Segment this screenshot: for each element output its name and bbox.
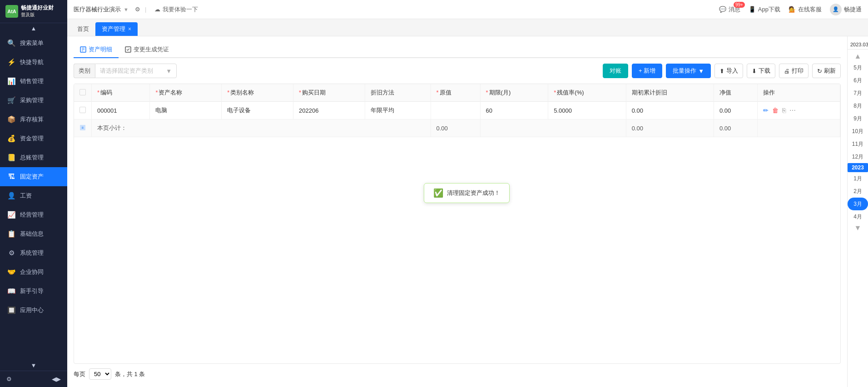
- month-9[interactable]: 9月: [848, 112, 868, 125]
- month-12[interactable]: 12月: [848, 150, 868, 163]
- category-filter-select[interactable]: 请选择固定资产类别 ▼: [95, 64, 177, 78]
- th-period: *期限(月): [480, 84, 548, 102]
- total-label: 条，共 1 条: [115, 370, 145, 378]
- month-10[interactable]: 10月: [848, 125, 868, 138]
- action-bar: 类别 请选择固定资产类别 ▼ 对账 + 新增 批量操: [74, 64, 841, 78]
- select-all-checkbox[interactable]: [79, 89, 86, 95]
- download-button[interactable]: ⬇ 下载: [747, 64, 775, 78]
- reconcile-button[interactable]: 对账: [603, 64, 628, 78]
- copy-icon[interactable]: ⎘: [782, 107, 786, 114]
- sidebar-item-label: 基础信息: [20, 230, 44, 238]
- edit-icon[interactable]: ✏: [763, 107, 769, 114]
- sidebar-item-system[interactable]: ⚙ 系统管理: [0, 243, 67, 263]
- topbar-right: 💬 消息 99+ 📱 App下载 💁 在线客服 👤 畅捷通: [719, 4, 862, 15]
- sidebar-item-operations[interactable]: 📈 经营管理: [0, 205, 67, 224]
- sub-tab-change-voucher[interactable]: 变更生成凭证: [119, 42, 175, 58]
- cell-category: 电子设备: [222, 102, 293, 119]
- month-4[interactable]: 4月: [848, 210, 868, 223]
- import-icon: ⬆: [719, 68, 724, 74]
- import-button[interactable]: ⬆ 导入: [714, 64, 743, 78]
- more-icon[interactable]: ⋯: [789, 107, 796, 114]
- sidebar-bottom: ⚙ ◀▶: [0, 371, 67, 387]
- subtotal-label: 本页小计：: [92, 119, 431, 137]
- sub-tab-asset-detail[interactable]: 资产明细: [74, 42, 119, 58]
- app-download-button[interactable]: 📱 App下载: [749, 5, 780, 14]
- sidebar-scroll-down[interactable]: ▼: [0, 360, 67, 371]
- tab-asset-management[interactable]: 资产管理 ×: [95, 22, 138, 36]
- per-page-select[interactable]: 50: [89, 368, 111, 380]
- cell-code: 000001: [92, 102, 150, 119]
- system-icon: ⚙: [7, 249, 15, 257]
- delete-icon[interactable]: 🗑: [772, 107, 779, 114]
- month-7[interactable]: 7月: [848, 87, 868, 99]
- purchase-icon: 🛒: [7, 96, 15, 104]
- settings-icon[interactable]: ⚙: [6, 376, 12, 382]
- sidebar-item-payroll[interactable]: 👤 工资: [0, 186, 67, 205]
- month-2[interactable]: 2月: [848, 185, 868, 198]
- company-name: 医疗器械行业演示: [74, 5, 121, 14]
- month-6[interactable]: 6月: [848, 74, 868, 87]
- month-1[interactable]: 1月: [848, 172, 868, 185]
- sidebar-item-quick-nav[interactable]: ⚡ 快捷导航: [0, 53, 67, 72]
- print-button[interactable]: 🖨 打印: [779, 64, 808, 78]
- tab-asset-label: 资产管理: [102, 25, 125, 33]
- online-service-button[interactable]: 💁 在线客服: [789, 5, 822, 14]
- row-action-group: ✏ 🗑 ⎘ ⋯: [763, 107, 834, 114]
- experience-label: 我要体验一下: [163, 5, 198, 14]
- message-button[interactable]: 💬 消息 99+: [719, 5, 740, 14]
- batch-operations-button[interactable]: 批量操作 ▼: [666, 64, 711, 78]
- asset-detail-icon: [80, 46, 86, 53]
- print-icon: 🖨: [784, 68, 790, 74]
- company-chevron-icon: ▼: [124, 7, 129, 12]
- tab-close-icon[interactable]: ×: [128, 26, 131, 32]
- category-placeholder: 请选择固定资产类别: [100, 67, 163, 75]
- service-icon: 💁: [789, 6, 796, 13]
- dropdown-chevron-icon: ▼: [166, 68, 172, 74]
- right-panel-title: 2023.03: [850, 42, 868, 47]
- refresh-button[interactable]: ↻ 刷新: [812, 64, 841, 78]
- settings-gear-icon[interactable]: ⚙: [135, 6, 140, 13]
- payroll-icon: 👤: [7, 192, 15, 200]
- batch-chevron-icon: ▼: [698, 68, 704, 74]
- sidebar-item-basic-info[interactable]: 📋 基础信息: [0, 224, 67, 243]
- divider: |: [145, 6, 146, 13]
- sidebar-item-label: 工资: [20, 192, 32, 200]
- month-11[interactable]: 11月: [848, 138, 868, 150]
- refresh-label: 刷新: [824, 67, 836, 75]
- message-icon: 💬: [719, 6, 726, 13]
- company-selector[interactable]: 医疗器械行业演示 ▼: [74, 5, 129, 14]
- new-label: + 新增: [639, 67, 655, 75]
- cell-name: 电脑: [150, 102, 222, 119]
- new-button[interactable]: + 新增: [632, 64, 662, 78]
- th-residual-rate: *残值率(%): [548, 84, 626, 102]
- sidebar-item-sales[interactable]: 📊 销售管理: [0, 72, 67, 91]
- row-checkbox[interactable]: [79, 107, 86, 113]
- sidebar-scroll-up[interactable]: ▲: [0, 23, 67, 34]
- sidebar-item-guide[interactable]: 📖 新手引导: [0, 282, 67, 301]
- sidebar-menu: 🔍 搜索菜单 ⚡ 快捷导航 📊 销售管理 🛒 采购管理 📦 库存核算 💰 资金管…: [0, 34, 67, 360]
- subtotal-row: ≡ 本页小计： 0.00 0.00 0.00: [74, 119, 840, 137]
- month-3[interactable]: 3月: [848, 198, 868, 210]
- sidebar-item-search[interactable]: 🔍 搜索菜单: [0, 34, 67, 53]
- sidebar-item-label: 采购管理: [20, 96, 44, 104]
- refresh-icon: ↻: [817, 68, 822, 74]
- sidebar-item-fixed-assets[interactable]: 🏗 固定资产: [0, 167, 67, 186]
- tab-home[interactable]: 首页: [73, 22, 94, 36]
- sidebar-item-label: 搜索菜单: [20, 39, 44, 47]
- month-5[interactable]: 5月: [848, 61, 868, 74]
- message-badge: 99+: [734, 2, 745, 8]
- sidebar-item-purchase[interactable]: 🛒 采购管理: [0, 91, 67, 110]
- collapse-icon[interactable]: ◀▶: [52, 376, 61, 382]
- experience-button[interactable]: ☁ 我要体验一下: [154, 5, 198, 14]
- month-8[interactable]: 8月: [848, 99, 868, 112]
- user-menu[interactable]: 👤 畅捷通: [830, 4, 862, 15]
- sidebar-item-inventory[interactable]: 📦 库存核算: [0, 110, 67, 129]
- next-year-nav[interactable]: ▼: [853, 223, 863, 233]
- download-label: 下载: [759, 67, 770, 75]
- th-initial-accumulated: 期初累计折旧: [626, 84, 714, 102]
- sidebar-item-cooperation[interactable]: 🤝 企业协同: [0, 263, 67, 282]
- prev-year-nav[interactable]: ▲: [853, 51, 863, 61]
- sidebar-item-funds[interactable]: 💰 资金管理: [0, 129, 67, 148]
- sidebar-item-ledger[interactable]: 📒 总账管理: [0, 148, 67, 167]
- sidebar-item-app-center[interactable]: 🔲 应用中心: [0, 301, 67, 320]
